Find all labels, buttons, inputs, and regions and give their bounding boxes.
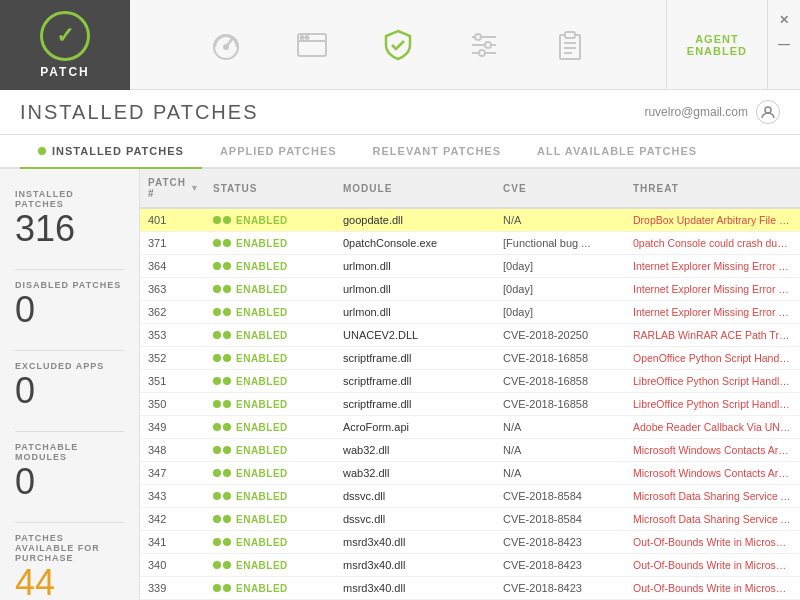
cell-status: ENABLED [205,302,335,323]
table-row[interactable]: 351 ENABLED scriptframe.dll CVE-2018-168… [140,370,800,393]
table-row[interactable]: 347 ENABLED wab32.dll N/A Microsoft Wind… [140,462,800,485]
cell-threat: Out-Of-Bounds Write in Microsoft Je... [625,554,800,576]
stat-excluded-value: 0 [15,373,124,409]
status-toggle[interactable] [213,400,231,408]
status-text: ENABLED [236,261,288,272]
cell-threat: LibreOffice Python Script Handler Di... [625,393,800,415]
nav-clipboard[interactable] [552,27,588,63]
cell-patch-num: 348 [140,439,205,461]
nav-sliders[interactable] [466,27,502,63]
tab-applied-patches[interactable]: APPLIED PATCHES [202,135,355,169]
divider-2 [15,350,124,351]
cell-threat: Out-Of-Bounds Write in Microsoft Je... [625,531,800,553]
logo-check-icon: ✓ [56,23,74,49]
divider-3 [15,431,124,432]
table-row[interactable]: 339 ENABLED msrd3x40.dll CVE-2018-8423 O… [140,577,800,600]
cell-threat: RARLAB WinRAR ACE Path Traversal ... [625,324,800,346]
table-row[interactable]: 340 ENABLED msrd3x40.dll CVE-2018-8423 O… [140,554,800,577]
col-patch: PATCH # ▼ [140,169,205,207]
status-toggle[interactable] [213,262,231,270]
toggle-dot-1 [213,469,221,477]
table-row[interactable]: 350 ENABLED scriptframe.dll CVE-2018-168… [140,393,800,416]
table-row[interactable]: 401 ENABLED goopdate.dll N/A DropBox Upd… [140,209,800,232]
table-row[interactable]: 362 ENABLED urlmon.dll [0day] Internet E… [140,301,800,324]
cell-patch-num: 401 [140,209,205,231]
cell-threat: OpenOffice Python Script Handler Di... [625,347,800,369]
cell-module: AcroForm.api [335,416,495,438]
toggle-dot-2 [223,538,231,546]
table-row[interactable]: 342 ENABLED dssvc.dll CVE-2018-8584 Micr… [140,508,800,531]
toggle-dot-2 [223,423,231,431]
status-text: ENABLED [236,560,288,571]
status-toggle[interactable] [213,584,231,592]
status-toggle[interactable] [213,308,231,316]
nav-shield[interactable] [380,27,416,63]
status-toggle[interactable] [213,469,231,477]
toggle-dot-2 [223,515,231,523]
status-toggle[interactable] [213,515,231,523]
cell-patch-num: 341 [140,531,205,553]
table-row[interactable]: 352 ENABLED scriptframe.dll CVE-2018-168… [140,347,800,370]
close-button[interactable]: ✕ [776,12,792,28]
status-toggle[interactable] [213,538,231,546]
status-toggle[interactable] [213,492,231,500]
cell-threat: Microsoft Data Sharing Service Arbit... [625,508,800,530]
cell-cve: CVE-2018-16858 [495,393,625,415]
table-row[interactable]: 353 ENABLED UNACEV2.DLL CVE-2018-20250 R… [140,324,800,347]
cell-patch-num: 352 [140,347,205,369]
svg-point-5 [300,36,303,39]
cell-status: ENABLED [205,578,335,599]
cell-status: ENABLED [205,279,335,300]
status-text: ENABLED [236,583,288,594]
cell-module: 0patchConsole.exe [335,232,495,254]
toggle-dot-2 [223,308,231,316]
status-toggle[interactable] [213,446,231,454]
table-row[interactable]: 371 ENABLED 0patchConsole.exe [Functiona… [140,232,800,255]
status-toggle[interactable] [213,354,231,362]
cell-patch-num: 350 [140,393,205,415]
status-toggle[interactable] [213,377,231,385]
table-row[interactable]: 341 ENABLED msrd3x40.dll CVE-2018-8423 O… [140,531,800,554]
svg-point-12 [479,50,485,56]
tab-active-dot [38,147,46,155]
tab-all-patches[interactable]: ALL AVAILABLE PATCHES [519,135,715,169]
nav-browser[interactable] [294,27,330,63]
minimize-button[interactable]: — [776,36,792,52]
status-toggle[interactable] [213,285,231,293]
status-toggle[interactable] [213,239,231,247]
nav-dashboard[interactable] [208,27,244,63]
cell-patch-num: 349 [140,416,205,438]
toggle-dot-1 [213,262,221,270]
toggle-dot-1 [213,400,221,408]
cell-cve: N/A [495,439,625,461]
status-toggle[interactable] [213,561,231,569]
cell-cve: CVE-2018-8423 [495,577,625,599]
stat-purchase-label: PATCHES AVAILABLE FOR PURCHASE [15,533,124,563]
toggle-dot-2 [223,469,231,477]
table-scroll[interactable]: 401 ENABLED goopdate.dll N/A DropBox Upd… [140,209,800,600]
table-row[interactable]: 349 ENABLED AcroForm.api N/A Adobe Reade… [140,416,800,439]
table-row[interactable]: 343 ENABLED dssvc.dll CVE-2018-8584 Micr… [140,485,800,508]
tab-relevant-patches[interactable]: RELEVANT PATCHES [355,135,519,169]
user-avatar-icon[interactable] [756,100,780,124]
toggle-dot-2 [223,216,231,224]
table-row[interactable]: 348 ENABLED wab32.dll N/A Microsoft Wind… [140,439,800,462]
sort-icon: ▼ [190,183,200,193]
cell-module: dssvc.dll [335,485,495,507]
cell-status: ENABLED [205,394,335,415]
status-toggle[interactable] [213,216,231,224]
cell-status: ENABLED [205,417,335,438]
status-toggle[interactable] [213,423,231,431]
divider-1 [15,269,124,270]
status-toggle[interactable] [213,331,231,339]
main-content: INSTALLED PATCHES 316 DISABLED PATCHES 0… [0,169,800,600]
cell-threat: Microsoft Data Sharing Service Arbit... [625,485,800,507]
cell-module: msrd3x40.dll [335,577,495,599]
cell-patch-num: 351 [140,370,205,392]
cell-status: ENABLED [205,371,335,392]
stat-installed-label: INSTALLED PATCHES [15,189,124,209]
table-row[interactable]: 363 ENABLED urlmon.dll [0day] Internet E… [140,278,800,301]
table-row[interactable]: 364 ENABLED urlmon.dll [0day] Internet E… [140,255,800,278]
tab-installed-patches[interactable]: INSTALLED PATCHES [20,135,202,169]
left-sidebar: INSTALLED PATCHES 316 DISABLED PATCHES 0… [0,169,140,600]
